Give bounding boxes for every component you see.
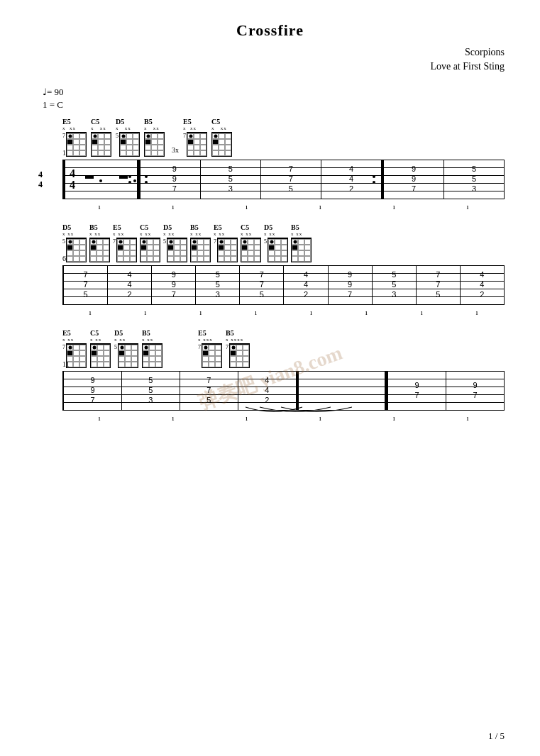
chord-row-1: E5 x xx 7 C5 x xx	[62, 118, 505, 157]
section-1: E5 x xx 7 C5 x xx	[35, 118, 505, 211]
album-name: Love at First Sting	[35, 61, 505, 72]
tempo: ♩= 90	[43, 87, 505, 98]
staff-1: 1 44 44	[62, 160, 505, 199]
chord-b5-1: B5 x xx	[144, 118, 165, 157]
song-title: Crossfire	[35, 21, 505, 40]
section-3: E5x xx 7 C5x xx D5x xx 5 B5x xx	[35, 329, 505, 422]
measure-num-6: 6	[62, 255, 66, 262]
measure-num-1: 1	[62, 149, 66, 157]
chord-row-2: D5x xx 5 B5x xx E5x xx 7 C5x xx	[62, 223, 505, 262]
staff-3: 11 997 553 775 442	[62, 371, 505, 411]
page-number: 1 / 5	[488, 730, 505, 742]
chord-c5-2: C5 x xx	[211, 118, 232, 157]
section-2: D5x xx 5 B5x xx E5x xx 7 C5x xx	[35, 223, 505, 316]
chord-row-3: E5x xx 7 C5x xx D5x xx 5 B5x xx	[62, 329, 505, 368]
artist-name: Scorpions	[35, 47, 505, 58]
beats-2: ıııı ıııı	[62, 308, 505, 316]
chord-e5-2: E5 x xx 7	[183, 118, 207, 157]
chord-d5-1: D5 x xx 5	[116, 118, 140, 157]
staff-2: 6 775 442 997 553	[62, 265, 505, 305]
beats-1: ıııı ıı	[62, 202, 505, 211]
chord-c5-1: C5 x xx	[91, 118, 111, 157]
key: 1 = C	[43, 99, 505, 111]
page: Crossfire Scorpions Love at First Sting …	[0, 0, 540, 756]
chord-e5-1: E5 x xx 7	[62, 118, 87, 157]
measure-num-11: 11	[62, 360, 70, 368]
